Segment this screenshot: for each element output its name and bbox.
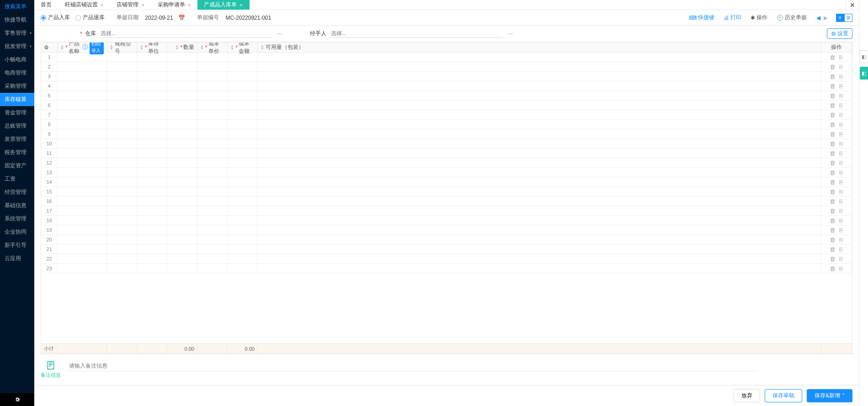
copy-icon[interactable]: ⎘ — [839, 73, 843, 80]
table-row[interactable]: 19🗑⎘ — [41, 225, 852, 235]
delete-icon[interactable]: 🗑 — [830, 64, 836, 70]
sidebar-item-14[interactable]: 基础信息 — [0, 199, 34, 212]
copy-icon[interactable]: ⎘ — [839, 236, 843, 243]
delete-icon[interactable]: 🗑 — [830, 227, 836, 234]
sidebar-item-7[interactable]: 资金管理 — [0, 106, 34, 119]
sidebar-item-18[interactable]: 云应用 — [0, 252, 34, 265]
copy-icon[interactable]: ⎘ — [839, 188, 843, 195]
col-gear[interactable]: ⚙ — [41, 43, 58, 52]
radio-product-out[interactable]: 产品退库 — [75, 14, 105, 21]
copy-icon[interactable]: ⎘ — [839, 246, 843, 253]
sidebar-item-12[interactable]: 工资 — [0, 172, 34, 186]
copy-icon[interactable]: ⎘ — [839, 217, 843, 224]
sidebar-settings-icon[interactable] — [0, 393, 34, 406]
delete-icon[interactable]: 🗑 — [830, 160, 836, 166]
delete-icon[interactable]: 🗑 — [830, 92, 836, 99]
copy-icon[interactable]: ⎘ — [839, 112, 843, 118]
delete-icon[interactable]: 🗑 — [830, 121, 836, 128]
delete-icon[interactable]: 🗑 — [830, 236, 836, 243]
sidebar-item-10[interactable]: 税务管理 — [0, 146, 34, 159]
copy-icon[interactable]: ⎘ — [839, 121, 843, 128]
table-row[interactable]: 3🗑⎘ — [41, 72, 852, 81]
view-list-icon[interactable]: ≡ — [836, 14, 844, 22]
dock-item-2[interactable]: ◧ — [860, 67, 868, 80]
warehouse-more-icon[interactable]: ⋯ — [275, 31, 284, 37]
sidebar-item-4[interactable]: 电商管理 — [0, 66, 34, 80]
delete-icon[interactable]: 🗑 — [830, 102, 836, 109]
history-link[interactable]: 🕘历史单据 — [777, 14, 807, 21]
close-icon[interactable]: × — [188, 2, 191, 8]
col-amount[interactable]: ▲▼*成本金额 — [228, 43, 258, 52]
delete-icon[interactable]: 🗑 — [830, 217, 836, 224]
tab-4[interactable]: 产成品入库单× — [197, 0, 249, 10]
delete-icon[interactable]: 🗑 — [830, 54, 836, 61]
table-row[interactable]: 10🗑⎘ — [41, 139, 852, 149]
delete-icon[interactable]: 🗑 — [830, 150, 836, 157]
table-row[interactable]: 9🗑⎘ — [41, 129, 852, 139]
col-spec[interactable]: ▲▼规格型号 — [107, 43, 137, 52]
close-icon[interactable]: × — [101, 2, 103, 8]
close-icon[interactable]: × — [240, 2, 242, 8]
table-row[interactable]: 8🗑⎘ — [41, 120, 852, 129]
nav-next-icon[interactable]: ▶ — [822, 15, 829, 21]
sidebar-item-0[interactable]: 快捷导航 — [0, 13, 34, 27]
delete-icon[interactable]: 🗑 — [830, 179, 836, 186]
copy-icon[interactable]: ⎘ — [839, 102, 843, 109]
table-row[interactable]: 7🗑⎘ — [41, 110, 852, 120]
copy-icon[interactable]: ⎘ — [839, 227, 843, 234]
sidebar-search[interactable]: 搜索菜单 — [0, 0, 34, 13]
ops-link[interactable]: ✱操作 — [751, 14, 767, 21]
table-row[interactable]: 11🗑⎘ — [41, 149, 852, 158]
table-row[interactable]: 21🗑⎘ — [41, 245, 852, 254]
copy-icon[interactable]: ⎘ — [839, 179, 843, 186]
sidebar-item-17[interactable]: 新手引导 — [0, 239, 34, 252]
delete-icon[interactable]: 🗑 — [830, 131, 836, 138]
scan-badge[interactable]: 扫码录入 — [90, 42, 104, 54]
copy-icon[interactable]: ⎘ — [839, 83, 843, 90]
col-price[interactable]: ▲▼*成本单价 — [197, 43, 228, 52]
nav-prev-icon[interactable]: ◀ — [815, 15, 821, 21]
copy-icon[interactable]: ⎘ — [839, 256, 843, 262]
copy-icon[interactable]: ⎘ — [839, 169, 843, 176]
copy-icon[interactable]: ⎘ — [839, 265, 843, 272]
shortcut-link[interactable]: ⌨快捷键 — [689, 14, 714, 21]
col-unit[interactable]: ▲▼*库存单位 — [137, 43, 167, 52]
save-draft-button[interactable]: 保存草稿 — [765, 389, 802, 402]
sidebar-item-2[interactable]: 批发管理▾ — [0, 40, 34, 53]
delete-icon[interactable]: 🗑 — [830, 169, 836, 176]
copy-icon[interactable]: ⎘ — [839, 54, 843, 61]
grid-settings-button[interactable]: ⚙设置 — [827, 28, 852, 39]
radio-product-in[interactable]: 产品入库 — [41, 14, 70, 21]
delete-icon[interactable]: 🗑 — [830, 208, 836, 214]
copy-icon[interactable]: ⎘ — [839, 140, 843, 147]
table-row[interactable]: 12🗑⎘ — [41, 158, 852, 168]
copy-icon[interactable]: ⎘ — [839, 150, 843, 157]
delete-icon[interactable]: 🗑 — [830, 83, 836, 90]
sidebar-item-3[interactable]: 小畅电商 — [0, 53, 34, 66]
table-row[interactable]: 2🗑⎘ — [41, 62, 852, 72]
table-row[interactable]: 4🗑⎘ — [41, 81, 852, 91]
table-row[interactable]: 22🗑⎘ — [41, 254, 852, 264]
delete-icon[interactable]: 🗑 — [830, 246, 836, 253]
delete-icon[interactable]: 🗑 — [830, 140, 836, 147]
table-row[interactable]: 18🗑⎘ — [41, 216, 852, 225]
copy-icon[interactable]: ⎘ — [839, 208, 843, 214]
sidebar-item-8[interactable]: 总账管理 — [0, 119, 34, 133]
tab-3[interactable]: 采购申请单× — [151, 0, 197, 10]
copy-icon[interactable]: ⎘ — [839, 160, 843, 166]
table-row[interactable]: 17🗑⎘ — [41, 206, 852, 216]
save-new-button[interactable]: 保存&新增˄ — [807, 389, 852, 402]
delete-icon[interactable]: 🗑 — [830, 188, 836, 195]
view-grid-icon[interactable]: ⊞ — [844, 14, 852, 22]
table-row[interactable]: 16🗑⎘ — [41, 197, 852, 206]
sidebar-item-6[interactable]: 库存核算 — [0, 93, 34, 106]
delete-icon[interactable]: 🗑 — [830, 198, 836, 205]
table-row[interactable]: 14🗑⎘ — [41, 177, 852, 187]
copy-icon[interactable]: ⎘ — [839, 64, 843, 70]
tab-1[interactable]: 旺铺店铺设置× — [59, 0, 110, 10]
table-row[interactable]: 15🗑⎘ — [41, 187, 852, 197]
copy-icon[interactable]: ⎘ — [839, 92, 843, 99]
sidebar-item-16[interactable]: 企业协同 — [0, 225, 34, 239]
date-value[interactable]: 2022-09-21 — [145, 15, 173, 21]
col-available[interactable]: ▲▼可用量（包装） — [258, 43, 821, 52]
